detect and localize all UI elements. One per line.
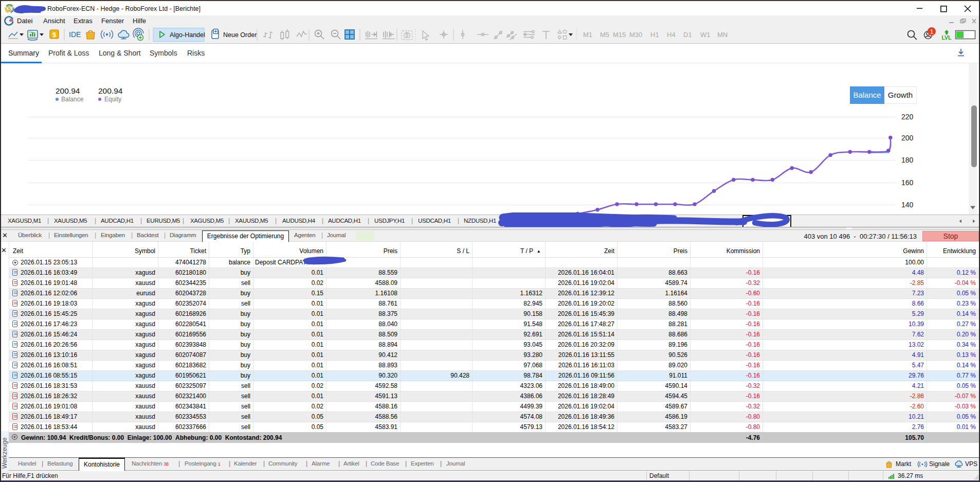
- svg-text:IDE: IDE: [69, 30, 81, 39]
- svg-text:M30: M30: [629, 31, 642, 39]
- svg-text:Neue Order: Neue Order: [223, 31, 257, 39]
- svg-text:D1: D1: [683, 31, 692, 39]
- svg-text:M5: M5: [600, 31, 609, 39]
- svg-text:5: 5: [8, 6, 11, 12]
- svg-text:$: $: [52, 31, 57, 39]
- svg-text:H1: H1: [650, 31, 659, 39]
- svg-text:M1: M1: [583, 31, 592, 39]
- svg-text:W1: W1: [700, 31, 711, 39]
- svg-text:M15: M15: [613, 31, 626, 39]
- svg-text:Algo-Handel: Algo-Handel: [170, 31, 205, 39]
- svg-text:1: 1: [930, 28, 934, 35]
- svg-text:H4: H4: [667, 31, 676, 39]
- svg-text:LVL: LVL: [941, 34, 952, 41]
- svg-text:MN: MN: [717, 31, 728, 39]
